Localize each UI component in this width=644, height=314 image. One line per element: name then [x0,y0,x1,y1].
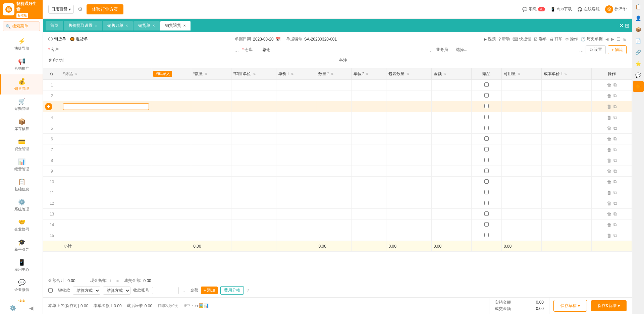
gift-check-3[interactable] [484,104,489,108]
calculation-method-select[interactable]: 结算方式 [103,287,130,295]
delete-icon-10[interactable]: 🗑 [607,179,611,185]
delete-icon-12[interactable]: 🗑 [607,201,611,206]
unit-cell-1[interactable] [231,80,276,90]
note-input[interactable] [358,57,627,64]
app-download-item[interactable]: 📱 App下载 [550,6,572,12]
delete-icon-14[interactable]: 🗑 [607,222,611,228]
delete-icon-5[interactable]: 🗑 [607,126,611,131]
close-window-icon[interactable]: ✕ [619,22,624,29]
sort-unit-icon[interactable]: ⇅ [253,72,256,76]
qty2-cell-1[interactable] [316,80,351,90]
copy-icon-5[interactable]: ⧉ [613,125,617,131]
notification-item[interactable]: 💬 消息 70 [522,6,545,12]
save-draft-btn[interactable]: 保存草稿 ▾ [553,300,587,312]
amount-cell-3[interactable] [431,101,471,112]
delete-icon-11[interactable]: 🗑 [607,190,611,195]
topbar-settings-icon[interactable]: ⚙ [78,6,83,12]
sort-price-icon[interactable]: ⇅ [291,72,293,76]
qty-cell-2[interactable] [191,90,231,101]
unit-cell-2[interactable] [231,90,276,101]
add-amount-btn[interactable]: + 添加 [201,287,218,294]
customer-input[interactable] [67,46,232,53]
right-panel-link-icon[interactable]: 🔗 [633,47,644,58]
copy-icon-15[interactable]: ⧉ [613,233,617,238]
settings-bottom-icon[interactable]: ⚙️ [9,305,16,311]
price-cell-2[interactable] [276,90,316,101]
col-settings-icon[interactable]: ⚙ [50,72,54,76]
settlement-method-select[interactable]: 结算方式 [73,287,100,295]
copy-icon-6[interactable]: ⧉ [613,136,617,142]
gift-check-5[interactable] [484,126,489,130]
expense-btn[interactable]: 费用分摊 [220,286,244,295]
tab-close-sales[interactable]: ✕ [152,24,155,27]
toolbar-history[interactable]: 🕐 历史单据 [581,36,603,42]
settings-btn[interactable]: ⚙ 设置 [586,45,606,54]
copy-icon-1[interactable]: ⧉ [613,82,617,88]
sort-product-icon[interactable]: ⇅ [74,72,77,76]
radio-sales[interactable]: 销货单 [48,36,66,42]
delete-icon-4[interactable]: 🗑 [607,115,611,120]
sort-quantity-icon[interactable]: ⇅ [205,72,207,76]
amount-cell-2[interactable] [431,90,471,101]
cost-cell-1[interactable] [542,80,592,90]
toolbar-video[interactable]: ▶ 视频 [484,36,496,42]
tab-close-price-settings[interactable]: ✕ [95,24,97,27]
copy-icon-12[interactable]: ⧉ [613,200,617,206]
one-click-payment-label[interactable]: 一键收款 [48,288,70,293]
unit2-cell-1[interactable] [351,80,386,90]
copy-icon-9[interactable]: ⧉ [613,168,617,174]
sidebar-item-marketing[interactable]: 📢 营销推广 [0,54,43,74]
sidebar-item-weixin[interactable]: 💬 企业微信 [0,275,43,296]
qty2-cell-2[interactable] [316,90,351,101]
price-cell-1[interactable] [276,80,316,90]
sort-qty2-icon[interactable]: ⇅ [331,72,333,76]
sidebar-item-system[interactable]: ⚙️ 系统管理 [0,195,43,215]
copy-icon-13[interactable]: ⧉ [613,211,617,217]
gift-check-2[interactable] [484,93,489,98]
right-panel-user-icon[interactable]: 👤 [633,13,644,23]
qty-cell-1[interactable] [191,80,231,90]
gift-check-1[interactable] [484,82,489,87]
sidebar-item-operations[interactable]: 📊 经营管理 [0,155,43,175]
tab-price-settings[interactable]: 售价提取设置 ✕ [64,21,102,30]
cost-cell-2[interactable] [542,90,592,101]
delete-icon-2[interactable]: 🗑 [607,93,611,99]
view-list-icon[interactable]: ☰ [617,37,621,42]
sidebar-item-basic-info[interactable]: 📋 基础信息 [0,175,43,195]
delete-icon-3[interactable]: 🗑 [607,104,611,109]
tab-sales-order[interactable]: 销售订单 ✕ [103,21,133,30]
search-menu-btn[interactable]: 🔍 搜索菜单 [3,21,40,31]
online-service-item[interactable]: 🎧 在线客服 [577,6,600,12]
right-panel-file-icon[interactable]: 📄 [633,36,644,46]
current-debt-help[interactable]: ℹ [111,304,112,308]
experience-btn[interactable]: 体验行业方案 [87,4,123,14]
delete-icon-8[interactable]: 🗑 [607,158,611,163]
sidebar-item-appstore[interactable]: 📱 应用中心 [0,255,43,275]
customer-dots-btn[interactable]: ... [234,47,239,53]
pkg-cell-3[interactable] [386,101,431,112]
product-cell-1[interactable] [61,80,151,90]
delete-icon-6[interactable]: 🗑 [607,136,611,142]
product-cell-2[interactable] [61,90,151,101]
qty-cell-3[interactable] [191,101,231,112]
gift-check-4[interactable] [484,115,489,119]
calendar-icon[interactable]: 📅 [276,37,281,42]
tab-close-sales-return[interactable]: ✕ [183,24,186,27]
available-cell-3[interactable] [501,101,541,112]
radio-return-input[interactable] [70,37,74,41]
copy-icon-10[interactable]: ⧉ [613,179,617,185]
pkg-cell-2[interactable] [386,90,431,101]
sidebar-item-guide[interactable]: 🎓 新手引导 [0,235,43,255]
copy-icon-7[interactable]: ⧉ [613,147,617,152]
tab-home[interactable]: 首页 [46,21,63,30]
one-click-payment-check[interactable] [48,288,53,293]
add-row-btn[interactable]: + [45,103,52,110]
toolbar-select[interactable]: ☑ 选单 [534,36,547,42]
sidebar-item-member[interactable]: 👑 畅会员 [0,296,43,302]
nav-next-icon[interactable]: ▶ [611,37,614,42]
toolbar-operate[interactable]: ⚙ 操作 [565,36,578,42]
copy-icon-4[interactable]: ⧉ [613,115,617,120]
sort-unit2-icon[interactable]: ⇅ [366,72,368,76]
delete-icon-9[interactable]: 🗑 [607,169,611,174]
address-dots-btn[interactable]: ... [331,58,336,64]
